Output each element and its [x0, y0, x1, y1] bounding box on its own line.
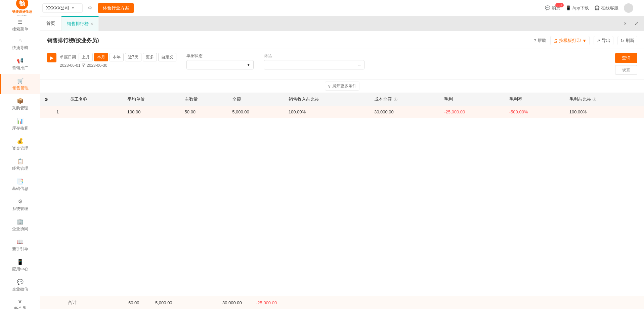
sidebar-label-system: 系统管理	[12, 206, 28, 212]
online-service-label: 在线客服	[601, 5, 618, 11]
last-7-days-button[interactable]: 近7天	[125, 53, 141, 61]
sidebar-item-sales[interactable]: 🛒 销售管理	[0, 74, 40, 94]
company-settings-button[interactable]: ⚙	[85, 3, 95, 13]
chevron-down-icon: ∨	[328, 84, 331, 89]
app-download-button[interactable]: 📱 App下载	[566, 5, 589, 11]
user-avatar[interactable]	[624, 3, 633, 13]
last-month-button[interactable]: 上月	[79, 53, 93, 61]
col-settings-header[interactable]: ⚙	[40, 93, 52, 106]
help-button[interactable]: ? 帮助	[534, 38, 546, 44]
sidebar-label-purchase: 采购管理	[12, 105, 28, 111]
online-service-button[interactable]: 🎧 在线客服	[594, 5, 618, 11]
filter-collapse-button[interactable]: ▶	[47, 53, 56, 62]
sidebar-item-wechat[interactable]: 💬 企业微信	[0, 275, 40, 296]
sales-icon: 🛒	[17, 78, 24, 84]
date-range-text: 2023-06-01 至 2023-06-30	[60, 63, 107, 68]
sidebar-item-search[interactable]: ☰ 搜索菜单	[0, 16, 40, 34]
goods-filter-input[interactable]: ...	[264, 60, 364, 69]
row-num: 1	[52, 106, 66, 118]
wechat-icon: 💬	[17, 279, 24, 285]
query-button[interactable]: 查询	[615, 53, 637, 63]
row-avg-price: 100.00	[123, 106, 181, 118]
custom-period-button[interactable]: 自定义	[158, 53, 176, 61]
help-icon: ?	[534, 38, 536, 43]
footer-profit: -25,000.00	[256, 300, 290, 305]
status-filter-select[interactable]: ▼	[186, 60, 254, 69]
tab-sales-ranking[interactable]: 销售排行榜 ×	[61, 16, 99, 31]
close-window-button[interactable]: ×	[621, 19, 629, 28]
refresh-icon: ↻	[620, 38, 624, 43]
sidebar-item-member[interactable]: V 畅会员	[0, 296, 40, 309]
system-icon: ⚙	[18, 198, 23, 205]
col-profit-pct-header: 毛利占比% ⓘ	[565, 93, 644, 106]
sidebar-item-quick-nav[interactable]: ⌂ 快捷导航	[0, 34, 40, 54]
footer-cost: 30,000.00	[222, 300, 256, 305]
enterprise-icon: 🏢	[17, 218, 24, 225]
sidebar-item-marketing[interactable]: 📢 营销推广	[0, 54, 40, 74]
row-profit: -25,000.00	[440, 106, 505, 118]
sales-ranking-table: ⚙ 员工名称 平均单价 主数量 全额 销售收入占比% 成本全额 ⓘ 毛利	[40, 93, 644, 118]
current-month-button[interactable]: 本月	[94, 53, 108, 61]
expand-filter-button[interactable]: ∨ 展开更多条件	[325, 82, 359, 91]
tab-close-icon[interactable]: ×	[91, 21, 93, 26]
inventory-icon: 📊	[17, 118, 24, 124]
tab-home[interactable]: 首页	[40, 16, 61, 31]
app-center-icon: 📱	[17, 259, 24, 265]
col-name-header: 员工名称	[66, 93, 123, 106]
table-footer: 合计 50.00 5,000.00 30,000.00 -25,000.00	[40, 296, 644, 309]
logo-text: 畅捷通好生意	[12, 9, 32, 14]
print-button[interactable]: 🖨 按模板打印 ▼	[550, 36, 590, 45]
goods-filter-group: 商品 ...	[264, 53, 364, 69]
company-dropdown-icon: ▼	[71, 6, 75, 10]
footer-total-label: 合计	[68, 300, 101, 306]
sidebar-label-quick-nav: 快捷导航	[12, 45, 28, 51]
sidebar-item-purchase[interactable]: 📦 采购管理	[0, 94, 40, 114]
sidebar-item-app-center[interactable]: 📱 应用中心	[0, 255, 40, 275]
col-profit-rate-header: 毛利率	[505, 93, 565, 106]
goods-filter-label: 商品	[264, 53, 272, 59]
expand-filter-label: 展开更多条件	[332, 83, 356, 89]
member-icon: V	[18, 299, 22, 304]
sidebar-label-basic: 基础信息	[12, 186, 28, 192]
export-label: 导出	[602, 38, 610, 44]
basic-icon: 📑	[17, 178, 24, 185]
company-selector[interactable]: XXXXX公司 ▼	[42, 3, 83, 13]
more-period-button[interactable]: 更多	[143, 53, 157, 61]
sidebar-item-basic[interactable]: 📑 基础信息	[0, 175, 40, 195]
row-sales-pct: 100.00%	[285, 106, 370, 118]
cost-info-icon[interactable]: ⓘ	[394, 97, 397, 101]
sidebar-label-app-center: 应用中心	[12, 266, 28, 272]
current-year-button[interactable]: 本年	[110, 53, 124, 61]
table-container: ⚙ 员工名称 平均单价 主数量 全额 销售收入占比% 成本全额 ⓘ 毛利	[40, 93, 644, 296]
col-cost-header: 成本全额 ⓘ	[370, 93, 440, 106]
status-dropdown-icon: ▼	[247, 62, 251, 67]
message-button[interactable]: 💬 消息 99+	[545, 5, 560, 11]
settings-small-button[interactable]: 设置	[615, 65, 637, 75]
industry-button[interactable]: 体验行业方案	[98, 3, 134, 13]
status-filter-group: 单据状态 ▼	[186, 53, 254, 69]
sidebar: ☰ 搜索菜单 ⌂ 快捷导航 📢 营销推广 🛒 销售管理 📦 采购管理 📊 库	[0, 16, 40, 309]
sidebar-item-system[interactable]: ⚙ 系统管理	[0, 195, 40, 215]
sidebar-item-enterprise[interactable]: 🏢 企业协同	[0, 215, 40, 235]
sidebar-item-operations[interactable]: 📋 经营管理	[0, 155, 40, 175]
sidebar-label-guide: 新手引导	[12, 246, 28, 252]
sidebar-item-finance[interactable]: 💰 资金管理	[0, 135, 40, 155]
company-name: XXXXX公司	[46, 5, 69, 11]
sidebar-item-inventory[interactable]: 📊 库存核算	[0, 114, 40, 135]
sidebar-item-guide[interactable]: 📖 新手引导	[0, 235, 40, 255]
message-badge: 99+	[555, 3, 564, 7]
profit-pct-info-icon[interactable]: ⓘ	[593, 97, 596, 101]
expand-window-button[interactable]: ⤢	[633, 19, 641, 28]
export-button[interactable]: ↗ 导出	[594, 36, 613, 45]
sidebar-label-finance: 资金管理	[12, 146, 28, 151]
guide-icon: 📖	[17, 239, 24, 245]
gear-icon: ⚙	[88, 5, 92, 10]
status-filter-label: 单据状态	[186, 53, 203, 59]
sidebar-label-wechat: 企业微信	[12, 287, 28, 292]
filter-bar: ▶ 单据日期 上月 本月 本年 近7天 更多 自定义	[40, 49, 644, 79]
date-separator: 至	[82, 63, 87, 68]
table-header-row: ⚙ 员工名称 平均单价 主数量 全额 销售收入占比% 成本全额 ⓘ 毛利	[40, 93, 644, 106]
headset-icon: 🎧	[594, 5, 600, 10]
row-cost: 30,000.00	[370, 106, 440, 118]
refresh-button[interactable]: ↻ 刷新	[617, 36, 637, 45]
